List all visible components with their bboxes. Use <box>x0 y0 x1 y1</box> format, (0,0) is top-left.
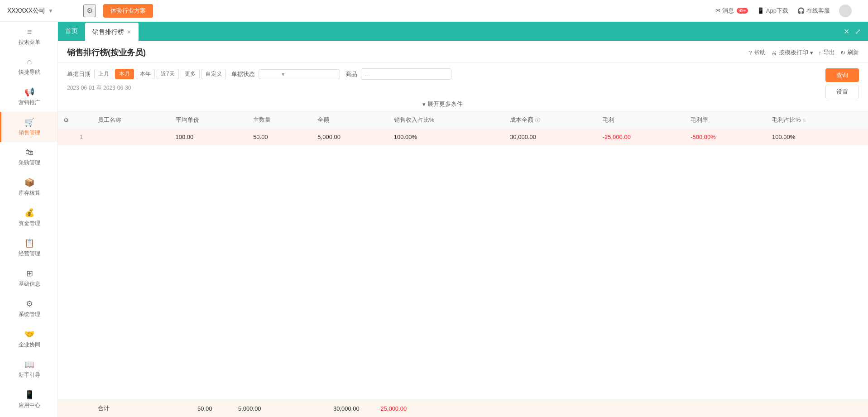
sidebar-item-purchase[interactable]: 🛍 采购管理 <box>0 142 58 172</box>
content-area: 首页 销售排行榜 ✕ ✕ ⤢ 销售排行榜(按业务员) ? <box>58 22 868 417</box>
goods-input[interactable]: ... <box>361 68 451 80</box>
print-icon: 🖨 <box>771 49 777 56</box>
trial-button[interactable]: 体验行业方案 <box>103 4 153 18</box>
col-profit-pct: 毛利占比% ⇅ <box>767 111 868 129</box>
page-header: 销售排行榜(按业务员) ? 帮助 🖨 按模板打印 ▾ ↑ <box>58 41 868 63</box>
basic-icon: ⊞ <box>26 268 33 278</box>
sidebar-item-guide[interactable]: 📖 新手引导 <box>0 354 58 384</box>
cell-sales-pct: 100.00% <box>388 129 504 145</box>
sidebar-item-wechat[interactable]: 💬 企业微信 <box>0 415 58 417</box>
close-window-icon[interactable]: ✕ <box>844 27 849 36</box>
sidebar-label-inventory: 库存核算 <box>19 189 40 197</box>
sidebar-item-basic[interactable]: ⊞ 基础信息 <box>0 263 58 293</box>
footer-amount: 5,000.00 <box>238 405 283 412</box>
online-service-btn[interactable]: 🎧 在线客服 <box>797 7 830 15</box>
col-profit-rate: 毛利率 <box>685 111 767 129</box>
col-sales-pct: 销售收入占比% <box>388 111 504 129</box>
query-button[interactable]: 查询 <box>825 68 859 82</box>
footer-label: 合计 <box>98 404 152 412</box>
data-table: ⚙ 员工名称 平均单价 主数量 <box>58 111 868 145</box>
sidebar-item-sales[interactable]: 🛒 销售管理 <box>0 112 58 142</box>
table-row[interactable]: 1 100.00 50.00 5,000.00 100.00% 30,000.0… <box>58 129 868 145</box>
tab-close-icon[interactable]: ✕ <box>127 29 131 35</box>
cell-profit-rate: -500.00% <box>685 129 767 145</box>
help-icon: ? <box>748 49 752 56</box>
expand-label: 展开更多条件 <box>427 100 463 108</box>
date-btn-more[interactable]: 更多 <box>181 69 200 79</box>
col-cost-amount: 成本全额 ⓘ <box>504 111 597 129</box>
help-button[interactable]: ? 帮助 <box>748 48 765 57</box>
refresh-label: 刷新 <box>847 48 859 57</box>
headset-icon: 🎧 <box>797 7 805 14</box>
status-label: 单据状态 <box>231 70 255 78</box>
settings-icon-btn[interactable]: ⚙ <box>83 5 96 17</box>
dropdown-icon: ▾ <box>810 49 813 56</box>
company-name: XXXXXX公司 <box>7 7 45 15</box>
page-actions: ? 帮助 🖨 按模板打印 ▾ ↑ 导出 ↻ <box>748 48 859 57</box>
operation-icon: 📋 <box>24 238 34 248</box>
sidebar-item-system[interactable]: ⚙ 系统管理 <box>0 293 58 324</box>
company-selector[interactable]: XXXXXX公司 ▼ <box>7 7 80 15</box>
template-print-label: 按模板打印 <box>779 48 808 57</box>
page-inner: 销售排行榜(按业务员) ? 帮助 🖨 按模板打印 ▾ ↑ <box>58 41 868 417</box>
sidebar: ≡ 搜索菜单 ⌂ 快捷导航 📢 营销推广 🛒 销售管理 🛍 采购管理 📦 库存核… <box>0 22 58 417</box>
sidebar-label-guide: 新手引导 <box>19 371 40 379</box>
message-icon: ✉ <box>715 7 720 14</box>
date-filter: 单据日期 上月 本月 本年 近7天 更多 自定义 <box>67 69 226 79</box>
col-profit: 毛利 <box>597 111 686 129</box>
filter-section: 单据日期 上月 本月 本年 近7天 更多 自定义 <box>58 63 868 111</box>
date-btn-last-month[interactable]: 上月 <box>94 69 113 79</box>
notification-badge: 99+ <box>737 8 748 14</box>
col-name: 员工名称 <box>92 111 170 129</box>
sidebar-label-enterprise: 企业协同 <box>19 341 40 349</box>
export-icon: ↑ <box>819 49 822 56</box>
cell-amount: 5,000.00 <box>312 129 388 145</box>
cell-settings <box>58 129 74 145</box>
expand-btn[interactable]: ▾ 展开更多条件 <box>67 100 818 108</box>
filter-actions: 查询 设置 <box>825 68 859 99</box>
date-btn-custom[interactable]: 自定义 <box>201 69 226 79</box>
sidebar-label-marketing: 营销推广 <box>19 99 40 106</box>
status-select[interactable]: ▼ <box>259 69 340 79</box>
table-wrap: ⚙ 员工名称 平均单价 主数量 <box>58 111 868 399</box>
sidebar-item-quicknav[interactable]: ⌂ 快捷导航 <box>0 52 58 81</box>
sidebar-label-sales: 销售管理 <box>19 129 40 137</box>
page-content: 销售排行榜(按业务员) ? 帮助 🖨 按模板打印 ▾ ↑ <box>58 41 868 417</box>
sidebar-label-finance: 资金管理 <box>19 220 40 227</box>
tab-window-controls: ✕ ⤢ <box>836 27 868 36</box>
cost-info-icon: ⓘ <box>535 117 540 123</box>
settings-filter-button[interactable]: 设置 <box>825 85 859 99</box>
export-button[interactable]: ↑ 导出 <box>819 48 835 57</box>
sidebar-item-apps[interactable]: 📱 应用中心 <box>0 384 58 415</box>
cell-qty: 50.00 <box>248 129 312 145</box>
mobile-icon: 📱 <box>757 7 764 14</box>
date-btn-this-month[interactable]: 本月 <box>115 69 134 79</box>
template-print-button[interactable]: 🖨 按模板打印 ▾ <box>771 48 813 57</box>
sort-icon: ⇅ <box>802 118 806 123</box>
sidebar-item-finance[interactable]: 💰 资金管理 <box>0 202 58 233</box>
footer-cost-amount: 30,000.00 <box>333 405 379 412</box>
maximize-icon[interactable]: ⤢ <box>855 27 861 36</box>
chevron-down-icon: ▼ <box>48 8 53 14</box>
tab-sales-ranking[interactable]: 销售排行榜 ✕ <box>85 23 139 42</box>
tab-home[interactable]: 首页 <box>58 22 85 41</box>
col-settings[interactable]: ⚙ <box>58 111 74 129</box>
date-btn-7days[interactable]: 近7天 <box>157 69 179 79</box>
notification-btn[interactable]: ✉ 消息 99+ <box>715 7 748 15</box>
refresh-button[interactable]: ↻ 刷新 <box>840 48 859 57</box>
enterprise-icon: 🤝 <box>24 329 34 339</box>
sidebar-item-operation[interactable]: 📋 经营管理 <box>0 233 58 263</box>
sidebar-item-inventory[interactable]: 📦 库存核算 <box>0 172 58 202</box>
guide-icon: 📖 <box>24 359 34 369</box>
avatar[interactable] <box>839 5 852 17</box>
top-header: XXXXXX公司 ▼ ⚙ 体验行业方案 ✉ 消息 99+ 📱 App下载 🎧 在… <box>0 0 868 22</box>
sidebar-item-marketing[interactable]: 📢 营销推广 <box>0 81 58 112</box>
date-btn-this-year[interactable]: 本年 <box>136 69 155 79</box>
app-download-btn[interactable]: 📱 App下载 <box>757 7 788 15</box>
sidebar-item-enterprise[interactable]: 🤝 企业协同 <box>0 324 58 354</box>
finance-icon: 💰 <box>24 208 34 218</box>
col-amount: 全额 <box>312 111 388 129</box>
col-avg-price: 平均单价 <box>170 111 248 129</box>
refresh-icon: ↻ <box>840 49 845 56</box>
sidebar-item-search[interactable]: ≡ 搜索菜单 <box>0 22 58 52</box>
